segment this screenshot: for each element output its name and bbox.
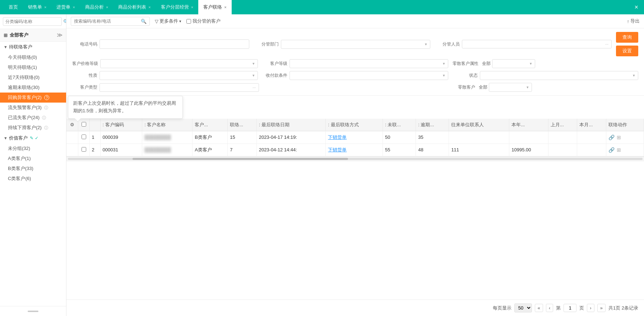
- col-unreplied[interactable]: : 未联...: [383, 119, 416, 131]
- first-page-btn[interactable]: «: [535, 304, 543, 312]
- col-contact-person[interactable]: 往来单位联系人: [449, 119, 509, 131]
- gender-select[interactable]: ▾: [99, 71, 258, 80]
- retail-attr-arrow: ▾: [530, 61, 532, 66]
- sidebar-item-repurchase-anomaly[interactable]: 回购异常客户(2) ?: [0, 93, 66, 103]
- scroll-track: [68, 158, 643, 160]
- export-button[interactable]: ↑ 导出: [627, 18, 640, 24]
- customer-type-arrow: ···: [252, 85, 256, 90]
- value-group-edit-icon[interactable]: ✎: [30, 136, 33, 141]
- my-customer-checkbox[interactable]: [186, 19, 191, 24]
- status-select[interactable]: ▾: [480, 71, 638, 80]
- filter-icon: ▽: [155, 19, 158, 24]
- col-last-date[interactable]: : 最后联络日期: [256, 119, 326, 131]
- customer-level-select[interactable]: ▾: [289, 59, 448, 68]
- nav-customer-contact[interactable]: 客户联络 ×: [198, 0, 231, 14]
- row2-link-icon[interactable]: 🔗: [608, 147, 615, 153]
- per-page-select[interactable]: 50: [514, 303, 532, 312]
- row2-action: 🔗 ⊞: [606, 143, 644, 156]
- sidebar-item-lost-warning[interactable]: 流失预警客户(3) ⓘ: [0, 103, 66, 113]
- gender-arrow: ▾: [252, 73, 255, 78]
- price-level-select[interactable]: ▾: [100, 59, 258, 68]
- sidebar-search-icon[interactable]: 🔍: [63, 19, 66, 24]
- tooltip-box: 距客户上次交易时长，超过了此客户的平均交易周期的1.5倍，则视为异常。: [68, 96, 183, 119]
- nav-sales[interactable]: 销售单 ×: [23, 0, 51, 14]
- nav-product-analysis-close[interactable]: ×: [106, 5, 108, 9]
- row1-link-icon[interactable]: 🔗: [608, 135, 615, 140]
- next-page-btn[interactable]: ›: [587, 304, 594, 312]
- nav-product-analysis[interactable]: 商品分析 ×: [80, 0, 113, 14]
- sidebar-collapse-icon[interactable]: ≫: [57, 32, 62, 38]
- manager-select[interactable]: ···: [462, 40, 612, 48]
- query-button[interactable]: 查询: [616, 32, 638, 43]
- sidebar-item-ungroup[interactable]: 未分组(32): [0, 143, 66, 154]
- nav-customer-segment[interactable]: 客户分层经营 ×: [156, 0, 198, 14]
- row1-grid-icon[interactable]: ⊞: [617, 135, 621, 140]
- row1-checkbox[interactable]: [78, 131, 89, 143]
- toolbar: 🔍 ▽ 更多条件 ▾ 我分管的客户 ↑ 导出: [66, 14, 644, 28]
- select-all-checkbox[interactable]: [82, 122, 86, 127]
- nav-home[interactable]: 首页: [4, 0, 23, 14]
- col-contact[interactable]: 联络...: [228, 119, 257, 131]
- col-this-year[interactable]: 本年...: [509, 119, 548, 131]
- row2-grid-icon[interactable]: ⊞: [617, 147, 621, 153]
- sidebar-item-declining[interactable]: 持续下滑客户(2) ⓘ: [0, 123, 66, 133]
- nav-product-list[interactable]: 商品分析列表 ×: [113, 0, 156, 14]
- sidebar-item-lost[interactable]: 已流失客户(24) ⓘ: [0, 113, 66, 123]
- sidebar-item-tomorrow[interactable]: 明天待联络(1): [0, 62, 66, 72]
- pending-group-header[interactable]: ▼ 待联络客户: [0, 42, 66, 52]
- dept-label: 分管部门: [254, 41, 279, 47]
- page-input[interactable]: [564, 304, 576, 312]
- more-filters-button[interactable]: ▽ 更多条件 ▾: [153, 16, 184, 26]
- col-this-month[interactable]: 本月...: [577, 119, 606, 131]
- last-page-btn[interactable]: »: [597, 304, 606, 312]
- nav-purchase-close[interactable]: ×: [73, 5, 75, 9]
- row1-last-method[interactable]: 下销货单: [326, 131, 383, 143]
- my-customer-checkbox-area[interactable]: 我分管的客户: [186, 18, 221, 24]
- col-name[interactable]: : 客户名称: [142, 119, 193, 131]
- col-overdue[interactable]: : 逾期...: [416, 119, 449, 131]
- nav-purchase[interactable]: 进货单 ×: [51, 0, 80, 14]
- nav-sales-close[interactable]: ×: [44, 5, 46, 9]
- retail-attr-select[interactable]: ▾: [492, 59, 535, 68]
- dept-select[interactable]: ▾: [281, 40, 431, 49]
- value-group-header[interactable]: ▼ 价值客户 ✎ ✓: [0, 133, 66, 143]
- settings-button[interactable]: 设置: [616, 46, 638, 56]
- toolbar-search-icon[interactable]: 🔍: [141, 19, 147, 24]
- grid-icon: ⊞: [4, 33, 8, 38]
- row2-last-method[interactable]: 下销货单: [326, 143, 383, 156]
- horizontal-scrollbar[interactable]: [66, 156, 644, 161]
- prev-page-btn[interactable]: ‹: [546, 304, 553, 312]
- row2-contact-person: 111: [449, 143, 509, 156]
- row2-action-icons: 🔗 ⊞: [608, 147, 641, 153]
- col-last-method[interactable]: : 最后联络方式: [326, 119, 383, 131]
- gender-label: 性质: [72, 72, 97, 79]
- nav-product-list-close[interactable]: ×: [148, 5, 150, 9]
- sidebar-item-today[interactable]: 今天待联络(0): [0, 52, 66, 62]
- retail-customer-value: 全部: [479, 84, 487, 90]
- col-last-month[interactable]: 上月...: [548, 119, 577, 131]
- per-page-label: 每页显示: [493, 305, 511, 311]
- value-group-check-icon[interactable]: ✓: [35, 136, 38, 141]
- scroll-thumb[interactable]: [133, 158, 348, 160]
- sidebar-item-overdue[interactable]: 逾期未联络(30): [0, 82, 66, 93]
- sidebar-item-a-class[interactable]: A类客户(1): [0, 154, 66, 164]
- price-level-label: 客户价格等级: [72, 61, 98, 67]
- sidebar-item-7days[interactable]: 近7天待联络(0): [0, 72, 66, 82]
- row2-checkbox[interactable]: [78, 143, 89, 156]
- payment-select[interactable]: ▾: [289, 71, 448, 80]
- nav-customer-segment-close[interactable]: ×: [191, 5, 193, 9]
- row2-unreplied: 55: [383, 143, 416, 156]
- row1-this-year: [509, 131, 548, 143]
- nav-customer-contact-close[interactable]: ×: [224, 5, 226, 9]
- info-icon-3: ⓘ: [42, 115, 46, 120]
- toolbar-search-input[interactable]: [74, 19, 141, 24]
- sidebar-item-b-class[interactable]: B类客户(33): [0, 164, 66, 174]
- col-code[interactable]: : 客户编码: [100, 119, 142, 131]
- sidebar-search-input[interactable]: [3, 17, 62, 26]
- phone-input[interactable]: [99, 39, 249, 49]
- sidebar-item-c-class[interactable]: C类客户(6): [0, 174, 66, 184]
- customer-type-select[interactable]: ···: [99, 83, 259, 92]
- col-type[interactable]: 客户...: [193, 119, 228, 131]
- retail-customer-select[interactable]: ▾: [489, 83, 532, 92]
- close-window-icon[interactable]: ×: [634, 4, 638, 11]
